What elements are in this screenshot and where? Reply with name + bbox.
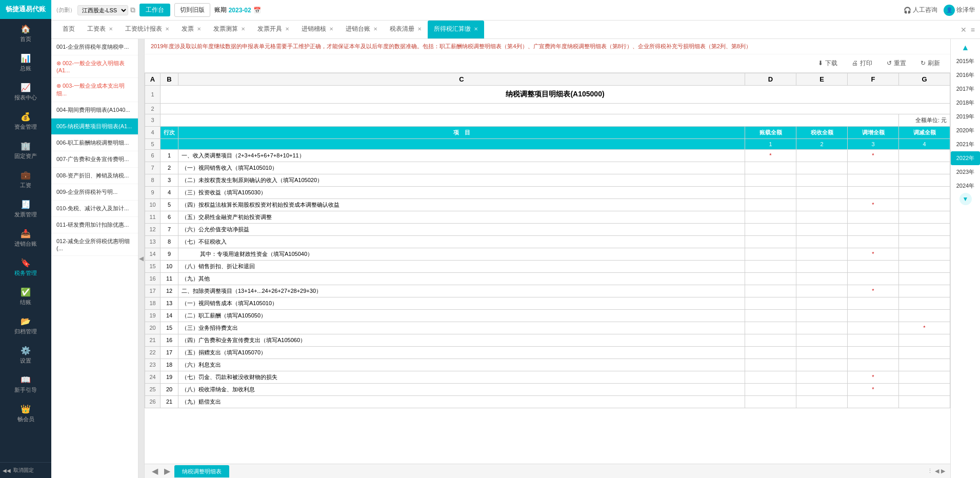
- user-avatar[interactable]: 👤 徐泽华: [944, 5, 975, 16]
- left-item-007[interactable]: 007-广告费和业务宣传费明...: [51, 151, 138, 168]
- left-item-010[interactable]: 010-免税、减计收入及加计...: [51, 201, 138, 217]
- sheet-tab-main[interactable]: 纳税调整明细表: [174, 465, 229, 477]
- settings-icon: ⚙️: [21, 346, 31, 355]
- tab-salary[interactable]: 工资表 ✕: [81, 21, 119, 38]
- salary-icon: 💼: [21, 170, 31, 180]
- tab-home[interactable]: 首页: [56, 21, 81, 38]
- left-item-004[interactable]: 004-期间费用明细表(A1040...: [51, 102, 138, 118]
- year-2022[interactable]: 2022年: [951, 151, 980, 165]
- tab-salary-report[interactable]: 工资统计报表 ✕: [119, 21, 175, 38]
- left-item-012[interactable]: 012-减免企业所得税优惠明细(...: [51, 233, 138, 256]
- sidebar-item-import[interactable]: 📥 进销台账: [0, 224, 51, 253]
- sidebar-item-settings[interactable]: ⚙️ 设置: [0, 341, 51, 370]
- close-icon[interactable]: ✕: [241, 26, 245, 32]
- member-icon: 👑: [21, 404, 31, 414]
- sidebar-label-invoice: 发票管理: [14, 211, 37, 218]
- sheet-next-icon[interactable]: ▶: [162, 466, 172, 476]
- year-down-icon[interactable]: ▼: [959, 193, 972, 205]
- settle-icon: ✅: [21, 287, 31, 297]
- period-value[interactable]: 2023-02: [229, 7, 251, 14]
- col-F-header: G: [899, 73, 950, 85]
- consult-button[interactable]: 🎧 人工咨询: [904, 6, 937, 14]
- collapse-button[interactable]: ◀: [138, 39, 145, 478]
- download-button[interactable]: ⬇ 下载: [814, 57, 842, 69]
- close-icon[interactable]: ✕: [474, 26, 478, 32]
- switch-old-button[interactable]: 切到旧版: [174, 3, 210, 17]
- year-2023[interactable]: 2023年: [951, 165, 980, 179]
- sidebar-item-ledger[interactable]: 📊 总账: [0, 48, 51, 77]
- sidebar-item-member[interactable]: 👑 畅会员: [0, 399, 51, 428]
- sidebar-item-invoice[interactable]: 🧾 发票管理: [0, 194, 51, 224]
- left-item-009[interactable]: 009-企业所得税补亏明...: [51, 184, 138, 201]
- close-icon[interactable]: ✕: [109, 26, 113, 32]
- left-item-001[interactable]: 001-企业所得税年度纳税申...: [51, 39, 138, 55]
- pin-button[interactable]: ◀◀ 取消固定: [0, 463, 51, 478]
- year-2017[interactable]: 2017年: [951, 82, 980, 96]
- sidebar-item-finance[interactable]: 💰 资金管理: [0, 107, 51, 136]
- close-icon[interactable]: ✕: [373, 26, 377, 32]
- year-2018[interactable]: 2018年: [951, 96, 980, 110]
- sheet-options-icon[interactable]: ⋮: [927, 468, 933, 474]
- left-item-006[interactable]: 006-职工薪酬纳税调整明细...: [51, 135, 138, 151]
- sheet-prev-icon[interactable]: ◀: [150, 466, 160, 476]
- table-row: 9 4 （三）投资收益（填写A105030）: [145, 186, 950, 198]
- close-icon[interactable]: ✕: [285, 26, 289, 32]
- sidebar-item-settle[interactable]: ✅ 结账: [0, 282, 51, 311]
- tab-invoice-open[interactable]: 发票开具 ✕: [251, 21, 295, 38]
- tab-tax-clear[interactable]: 税表清册 ✕: [384, 21, 428, 38]
- calendar-icon[interactable]: 📅: [253, 7, 261, 14]
- table-row: 6 1 一、收入类调整项目（2+3+4+5+6+7+8+10+11） * *: [145, 149, 950, 162]
- copy-icon[interactable]: ⧉: [130, 6, 135, 14]
- sidebar-item-guide[interactable]: 📖 新手引导: [0, 370, 51, 399]
- left-item-011[interactable]: 011-研发费用加计扣除优惠...: [51, 217, 138, 233]
- guide-icon: 📖: [21, 375, 31, 385]
- year-up-icon[interactable]: ▲: [959, 41, 972, 54]
- reset-icon: ↺: [887, 59, 892, 67]
- pin-icon: ◀◀: [3, 468, 11, 473]
- reset-button[interactable]: ↺ 重置: [883, 57, 910, 69]
- table-row: 20 15 （三）业务招待费支出 *: [145, 322, 950, 334]
- sidebar-item-fixed[interactable]: 🏢 固定资产: [0, 136, 51, 165]
- sidebar-item-tax[interactable]: 🔖 税务管理: [0, 253, 51, 282]
- sidebar-item-reports[interactable]: 📈 报表中心: [0, 77, 51, 107]
- year-2020[interactable]: 2020年: [951, 124, 980, 137]
- close-icon[interactable]: ✕: [197, 26, 201, 32]
- tab-sales-check[interactable]: 进销稽核 ✕: [295, 21, 339, 38]
- left-item-003[interactable]: ⊗003-一般企业成本支出明细...: [51, 78, 138, 102]
- sheet-scroll-right[interactable]: ▶: [941, 468, 945, 474]
- table-row: 3 全额单位: 元: [145, 114, 950, 126]
- more-icon[interactable]: ≡: [971, 26, 975, 34]
- close-icon[interactable]: ✕: [417, 26, 422, 32]
- sidebar-item-archive[interactable]: 📂 归档管理: [0, 311, 51, 341]
- left-item-008[interactable]: 008-资产折旧、摊销及纳税...: [51, 168, 138, 184]
- workdesk-button[interactable]: 工作台: [139, 4, 170, 16]
- tab-invoice[interactable]: 发票 ✕: [175, 21, 207, 38]
- close-icon[interactable]: ✕: [165, 26, 169, 32]
- col-D-header: E: [796, 73, 848, 85]
- period-selector: 账期 2023-02 📅: [214, 6, 261, 14]
- sidebar-item-salary[interactable]: 💼 工资: [0, 165, 51, 194]
- sheet-scroll-left[interactable]: ◀: [935, 468, 939, 474]
- warning-text: 2019年度涉及取以前年度继续数据的申报表单元格需要手工维护正确，才能保证本年及…: [151, 43, 751, 49]
- left-item-002[interactable]: ⊗002-一般企业收入明细表(A1...: [51, 55, 138, 78]
- tab-income-tax[interactable]: 所得税汇算缴 ✕: [428, 21, 484, 38]
- left-item-005[interactable]: 005-纳税调整项目明细表(A1...: [51, 118, 138, 135]
- year-2024[interactable]: 2024年: [951, 179, 980, 193]
- tab-sales-ledger[interactable]: 进销台账 ✕: [339, 21, 384, 38]
- year-2015[interactable]: 2015年: [951, 54, 980, 68]
- close-all-icon[interactable]: ✕: [961, 26, 967, 34]
- company-select[interactable]: 江西股走-LSS: [77, 5, 128, 15]
- year-2021[interactable]: 2021年: [951, 137, 980, 151]
- close-icon[interactable]: ✕: [329, 26, 333, 32]
- year-2016[interactable]: 2016年: [951, 68, 980, 82]
- year-2019[interactable]: 2019年: [951, 110, 980, 124]
- refresh-button[interactable]: ↻ 刷新: [916, 57, 944, 69]
- col4-header: 调减全额: [899, 126, 950, 138]
- sidebar-item-home[interactable]: 🏠 首页: [0, 19, 51, 48]
- print-button[interactable]: 🖨 打印: [848, 57, 876, 69]
- right-year-panel: ▲ 2015年 2016年 2017年 2018年 2019年 2020年 20…: [950, 39, 980, 478]
- spreadsheet-area: 2019年度涉及取以前年度继续数据的申报表单元格需要手工维护正确，才能保证本年及…: [145, 39, 950, 478]
- tab-invoice-calc[interactable]: 发票测算 ✕: [207, 21, 251, 38]
- sidebar-label-finance: 资金管理: [14, 123, 37, 131]
- row-num-5: 5: [145, 138, 161, 149]
